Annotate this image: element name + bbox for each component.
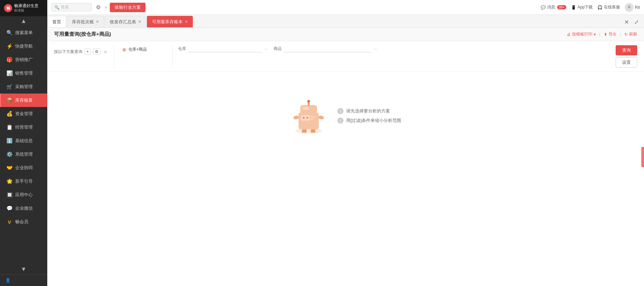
gift-icon: 🎁 (6, 57, 12, 63)
main-area: 🔍 搜索 ⚙ ▾ 体验行业方案 💬 消息 99+ 📱 App下载 🎧 在线客服 (47, 0, 644, 286)
warehouse-more-icon[interactable]: ··· (264, 46, 268, 51)
sidebar-label-system: 系统管理 (15, 151, 33, 157)
svg-point-4 (306, 117, 308, 119)
sidebar-label-membership: 畅会员 (15, 219, 28, 225)
collapse-filter-button[interactable]: « (103, 47, 108, 56)
scheme-item-warehouse-product[interactable]: ⊕ 仓库+商品 (120, 45, 167, 54)
search-box[interactable]: 🔍 搜索 (51, 3, 92, 11)
gear-icon-topbar[interactable]: ⚙ (95, 3, 102, 12)
sidebar-item-shortcut[interactable]: ⚡ 快捷导航 (0, 40, 47, 53)
refresh-button[interactable]: ↻ 刷新 (624, 31, 637, 37)
sidebar-item-app-center[interactable]: 🔲 应用中心 (0, 188, 47, 202)
tab-batch-account[interactable]: 库存批次账 ✕ (67, 16, 104, 27)
tab-deposit-summary-close[interactable]: ✕ (138, 20, 141, 24)
print-button[interactable]: 🖨 按模板打印 ▾ (567, 31, 596, 37)
sidebar-label-search: 搜索菜单 (15, 30, 33, 36)
close-tab-button[interactable]: ✕ (623, 18, 630, 26)
tab-home[interactable]: 首页 (47, 16, 66, 27)
sidebar-scroll-down[interactable]: ▼ (0, 264, 47, 274)
right-scrollbar-hint (641, 147, 644, 167)
sidebar-label-marketing: 营销推广 (15, 57, 33, 63)
tab-batch-account-close[interactable]: ✕ (96, 20, 99, 24)
print-label: 按模板打印 (572, 31, 592, 37)
user-avatar-small: 👤 (5, 278, 10, 283)
tip-num-1: 1 (337, 108, 343, 114)
sidebar-label-wechat: 企业微信 (15, 205, 33, 211)
sidebar-scroll-up[interactable]: ▲ (0, 16, 47, 26)
page-content: 可用量查询(按仓库+商品) 🖨 按模板打印 ▾ | ⬆ 导出 | ↻ 刷新 (47, 28, 644, 286)
app-download-label: App下载 (577, 4, 593, 10)
message-icon: 💬 (541, 5, 546, 10)
print-icon: 🖨 (567, 32, 571, 37)
sidebar-item-finance[interactable]: 💰 资金管理 (0, 107, 47, 121)
sidebar-item-marketing[interactable]: 🎁 营销推广 (0, 53, 47, 67)
expand-button[interactable]: ⤢ (633, 18, 640, 26)
sidebar-item-inventory[interactable]: 📦 库存核算 (0, 94, 47, 107)
svg-point-3 (303, 117, 305, 119)
filter-section-text: 按以下方案查询 (54, 49, 82, 55)
app-logo: 畅 (4, 4, 12, 12)
filter-area: 按以下方案查询 + ⚙ « ⊕ 仓库+商品 仓库 ··· (47, 41, 644, 72)
membership-icon: V (6, 219, 12, 225)
trial-industry-button[interactable]: 体验行业方案 (110, 3, 146, 12)
product-field-label: 商品 (274, 46, 282, 52)
inventory-icon: 📦 (6, 97, 12, 103)
user-name: Rit (635, 5, 640, 10)
sidebar: 畅 畅康通好生意 标准版 ▲ 🔍 搜索菜单 ⚡ 快捷导航 🎁 营销推广 📊 销售… (0, 0, 47, 286)
message-action[interactable]: 💬 消息 99+ (541, 4, 566, 10)
page-title: 可用量查询(按仓库+商品) (54, 31, 111, 37)
sidebar-label-inventory: 库存核算 (15, 97, 33, 103)
scheme-settings-button[interactable]: ⚙ (93, 49, 101, 55)
query-button[interactable]: 查询 (616, 45, 637, 55)
sidebar-footer[interactable]: 👤 (0, 274, 47, 286)
tab-deposit-summary[interactable]: 收发存汇总表 ✕ (105, 16, 146, 27)
svg-rect-5 (310, 116, 316, 118)
sidebar-label-basic-info: 基础信息 (15, 138, 33, 144)
empty-tip-1: 1 请先选择要分析的方案 (337, 108, 401, 114)
tab-available-ledger[interactable]: 可用量库存账本 ✕ (147, 16, 193, 27)
add-scheme-button[interactable]: + (84, 49, 91, 55)
svg-rect-8 (311, 129, 315, 133)
sidebar-item-operations[interactable]: 📋 经营管理 (0, 121, 47, 134)
app-name: 畅康通好生意 (14, 3, 38, 8)
export-button[interactable]: ⬆ 导出 (604, 31, 617, 37)
product-more-icon[interactable]: ··· (373, 46, 377, 51)
sidebar-item-basic-info[interactable]: ℹ️ 基础信息 (0, 134, 47, 148)
header-divider-2: | (620, 32, 621, 37)
sidebar-item-system[interactable]: ⚙️ 系统管理 (0, 148, 47, 161)
settings-button[interactable]: 设置 (616, 57, 637, 68)
svg-rect-1 (299, 112, 319, 129)
tab-available-ledger-close[interactable]: ✕ (185, 20, 188, 24)
top-bar: 🔍 搜索 ⚙ ▾ 体验行业方案 💬 消息 99+ 📱 App下载 🎧 在线客服 (47, 0, 644, 15)
filter-fields: 仓库 ··· 商品 ··· (178, 45, 612, 52)
empty-state: 1 请先选择要分析的方案 2 用[过滤]条件来缩小分析范围 (47, 72, 644, 160)
operations-icon: 📋 (6, 124, 12, 130)
sidebar-item-sales[interactable]: 📊 销售管理 (0, 67, 47, 80)
avatar-initial: R (628, 5, 630, 9)
sidebar-item-newbie[interactable]: 🌟 新手引导 (0, 175, 47, 188)
header-divider-1: | (599, 32, 600, 37)
purchase-icon: 🛒 (6, 84, 12, 90)
sidebar-item-enterprise[interactable]: 🤝 企业协同 (0, 161, 47, 175)
sidebar-item-wechat[interactable]: 💬 企业微信 (0, 202, 47, 215)
headset-icon: 🎧 (597, 5, 602, 10)
svg-rect-6 (310, 119, 314, 120)
sidebar-item-membership[interactable]: V 畅会员 (0, 215, 47, 229)
tabs-right-controls: ✕ ⤢ (623, 18, 644, 27)
search-icon-topbar: 🔍 (54, 5, 59, 10)
tip-text-1: 请先选择要分析的方案 (346, 108, 390, 114)
app-name-block: 畅康通好生意 标准版 (14, 3, 38, 13)
svg-point-14 (307, 100, 310, 103)
warehouse-input[interactable] (188, 45, 262, 52)
online-service-action[interactable]: 🎧 在线客服 (597, 4, 620, 10)
sidebar-nav: 🔍 搜索菜单 ⚡ 快捷导航 🎁 营销推广 📊 销售管理 🛒 采购管理 📦 库存核… (0, 26, 47, 264)
sidebar-item-purchase[interactable]: 🛒 采购管理 (0, 80, 47, 94)
product-input[interactable] (284, 45, 371, 52)
sidebar-label-enterprise: 企业协同 (15, 165, 33, 171)
scheme-label: 仓库+商品 (128, 47, 147, 52)
filter-actions: 查询 设置 (616, 45, 637, 68)
sidebar-label-newbie: 新手引导 (15, 178, 33, 184)
app-download-action[interactable]: 📱 App下载 (571, 4, 593, 10)
sidebar-item-search[interactable]: 🔍 搜索菜单 (0, 26, 47, 40)
user-profile[interactable]: R Rit (625, 3, 640, 12)
